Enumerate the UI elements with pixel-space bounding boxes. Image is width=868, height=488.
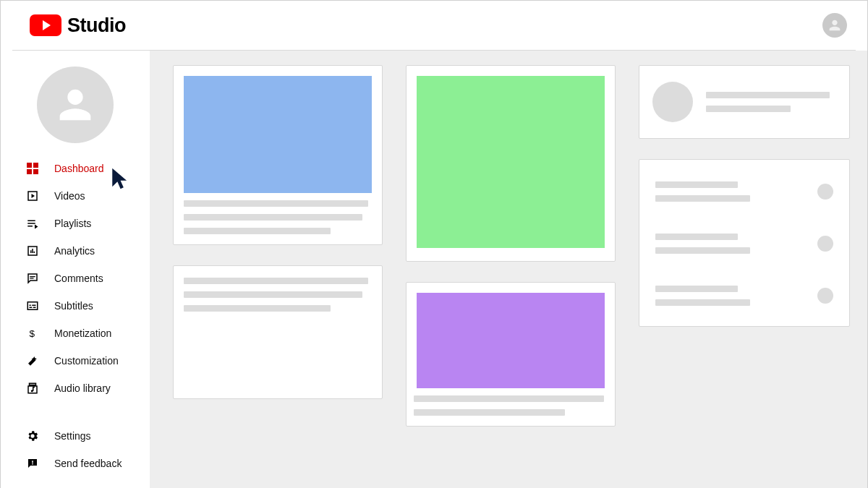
- videos-icon: [25, 189, 40, 203]
- channel-avatar-small: [652, 82, 693, 122]
- brand-word: Studio: [67, 14, 126, 37]
- sidebar-item-videos[interactable]: Videos: [1, 182, 150, 210]
- feedback-icon: [25, 456, 40, 471]
- sidebar-item-send-feedback[interactable]: Send feedback: [1, 450, 150, 477]
- analytics-icon: [25, 244, 40, 258]
- brand[interactable]: Studio: [30, 14, 126, 37]
- card-channel-summary[interactable]: [639, 65, 850, 139]
- text-placeholder: [184, 278, 368, 284]
- sidebar-bottom: Settings Send feedback: [1, 422, 150, 477]
- sidebar-item-label: Audio library: [54, 382, 111, 394]
- thumbnail-placeholder: [417, 293, 605, 388]
- person-icon: [52, 82, 98, 128]
- text-placeholder: [655, 286, 738, 292]
- card-list[interactable]: [639, 159, 850, 327]
- card-video-blue[interactable]: [173, 65, 383, 245]
- sidebar-item-subtitles[interactable]: Subtitles: [1, 292, 150, 320]
- card-text[interactable]: [173, 265, 383, 399]
- status-dot: [817, 288, 833, 304]
- dashboard-icon: [25, 161, 40, 176]
- monetization-icon: $: [25, 326, 40, 341]
- settings-icon: [25, 429, 40, 443]
- account-avatar-button[interactable]: [822, 13, 847, 38]
- text-placeholder: [655, 247, 750, 254]
- subtitles-icon: [25, 299, 40, 313]
- sidebar-item-label: Settings: [54, 430, 91, 442]
- column-right: [639, 65, 850, 488]
- sidebar: Dashboard Videos Playlists: [1, 51, 150, 488]
- header: Studio: [1, 1, 867, 50]
- text-placeholder: [184, 291, 362, 298]
- text-placeholder: [414, 409, 565, 416]
- audio-library-icon: [25, 381, 40, 395]
- sidebar-item-label: Subtitles: [54, 300, 93, 312]
- main-content: [150, 51, 867, 488]
- sidebar-item-playlists[interactable]: Playlists: [1, 210, 150, 237]
- thumbnail-placeholder: [184, 76, 372, 193]
- customization-icon: [25, 354, 40, 368]
- svg-text:$: $: [30, 328, 35, 339]
- list-item[interactable]: [655, 286, 833, 306]
- card-video-purple[interactable]: [406, 282, 616, 427]
- playlists-icon: [25, 216, 40, 231]
- text-placeholder: [706, 92, 830, 98]
- sidebar-item-label: Send feedback: [54, 458, 122, 469]
- sidebar-item-label: Playlists: [54, 218, 91, 229]
- svg-rect-3: [32, 463, 33, 465]
- comments-icon: [25, 271, 40, 286]
- sidebar-item-monetization[interactable]: $ Monetization: [1, 320, 150, 347]
- person-icon: [827, 17, 843, 33]
- text-placeholder: [655, 299, 750, 306]
- list-item[interactable]: [655, 181, 833, 202]
- body: Dashboard Videos Playlists: [1, 51, 867, 488]
- sidebar-item-label: Videos: [54, 190, 85, 202]
- sidebar-item-dashboard[interactable]: Dashboard: [1, 155, 150, 182]
- channel-lines: [706, 92, 836, 112]
- sidebar-item-label: Monetization: [54, 328, 111, 339]
- column-middle: [406, 65, 616, 488]
- text-placeholder: [184, 228, 331, 234]
- text-placeholder: [655, 181, 738, 188]
- list-item[interactable]: [655, 234, 833, 254]
- status-dot: [817, 236, 833, 252]
- text-placeholder: [184, 200, 368, 207]
- text-placeholder: [706, 106, 791, 112]
- text-placeholder: [655, 195, 750, 202]
- youtube-logo-icon: [30, 14, 61, 36]
- svg-rect-2: [32, 461, 33, 463]
- sidebar-item-label: Comments: [54, 273, 103, 284]
- thumbnail-placeholder: [417, 76, 605, 248]
- card-video-green[interactable]: [406, 65, 616, 262]
- text-placeholder: [655, 234, 738, 240]
- channel-avatar[interactable]: [37, 67, 114, 143]
- sidebar-item-label: Dashboard: [54, 163, 104, 174]
- sidebar-item-customization[interactable]: Customization: [1, 347, 150, 374]
- text-placeholder: [414, 395, 604, 402]
- text-placeholder: [184, 214, 362, 221]
- column-left: [173, 65, 383, 488]
- sidebar-item-label: Customization: [54, 355, 119, 367]
- text-placeholder: [184, 305, 331, 312]
- sidebar-item-comments[interactable]: Comments: [1, 265, 150, 292]
- sidebar-item-settings[interactable]: Settings: [1, 422, 150, 450]
- status-dot: [817, 184, 833, 200]
- app-frame: Studio Dashboard: [0, 0, 868, 488]
- sidebar-nav: Dashboard Videos Playlists: [1, 155, 150, 402]
- sidebar-item-audio-library[interactable]: Audio library: [1, 374, 150, 402]
- sidebar-item-analytics[interactable]: Analytics: [1, 237, 150, 265]
- sidebar-item-label: Analytics: [54, 245, 95, 257]
